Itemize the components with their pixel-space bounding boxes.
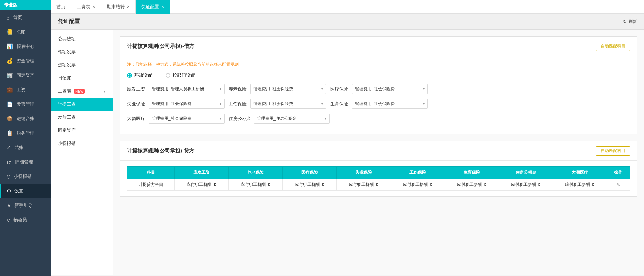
credit-section: 计提核算规则(公司承担)-贷方 自动匹配科目 科目 应发工资 养老保险 医疗保险 bbox=[120, 141, 637, 197]
sidebar-item-home[interactable]: ⌂ 首页 bbox=[0, 10, 51, 25]
tax-icon: 📋 bbox=[7, 130, 13, 136]
nav-journal[interactable]: 日记账 bbox=[51, 72, 113, 85]
select-yingfa-value: 管理费用_管理人员职工薪酬 bbox=[152, 86, 204, 92]
form-item-gongjijin: 住房公积金 管理费用_住房公积金 ▾ bbox=[229, 114, 330, 124]
radio-basic-label: 基础设置 bbox=[134, 72, 152, 78]
select-shiye[interactable]: 管理费用_社会保险费 ▾ bbox=[149, 99, 225, 109]
sidebar-item-label: 归档管理 bbox=[15, 159, 33, 165]
chevron-down-icon: ▾ bbox=[321, 102, 323, 106]
tab-salary-table[interactable]: 工资表 ✕ bbox=[71, 0, 101, 14]
radio-basic[interactable]: 基础设置 bbox=[127, 72, 152, 78]
main-area: 首页 工资表 ✕ 期末结转 ✕ 凭证配置 ✕ 凭证配置 ↻ 刷新 bbox=[51, 0, 644, 276]
select-daeliao-value: 管理费用_社会保险费 bbox=[152, 116, 191, 121]
select-daeliao[interactable]: 管理费用_社会保险费 ▾ bbox=[149, 114, 225, 124]
select-yanglao[interactable]: 管理费用_社会保险费 ▾ bbox=[250, 84, 326, 94]
radio-dept[interactable]: 按部门设置 bbox=[166, 72, 195, 78]
select-gongshang[interactable]: 管理费用_社会保险费 ▾ bbox=[250, 99, 326, 109]
form-item-shengyu: 生育保险 管理费用_社会保险费 ▾ bbox=[330, 99, 428, 109]
sidebar-item-fund[interactable]: 💰 资金管理 bbox=[0, 54, 51, 68]
label-yanglao: 养老保险 bbox=[229, 86, 248, 92]
form-row-2: 失业保险 管理费用_社会保险费 ▾ 工伤保险 管理费用_社会保险费 bbox=[127, 99, 630, 109]
nav-xiaochang-exp[interactable]: 小畅报销 bbox=[51, 137, 113, 150]
td-gongshang: 应付职工薪酬_b bbox=[391, 179, 445, 191]
form-item-yanglao: 养老保险 管理费用_社会保险费 ▾ bbox=[229, 84, 326, 94]
nav-salary-table[interactable]: 工资表 NEW ▾ bbox=[51, 85, 113, 98]
th-yanglao: 养老保险 bbox=[229, 167, 283, 179]
credit-auto-match-button[interactable]: 自动匹配科目 bbox=[596, 146, 630, 156]
sidebar-item-label: 总账 bbox=[17, 29, 25, 35]
home-icon: ⌂ bbox=[7, 15, 10, 21]
sidebar-item-report[interactable]: 📊 报表中心 bbox=[0, 39, 51, 54]
sidebar-item-vip[interactable]: V 畅会员 bbox=[0, 213, 51, 227]
form-item-shiye: 失业保险 管理费用_社会保险费 ▾ bbox=[127, 99, 225, 109]
th-gongjijin: 住房公积金 bbox=[499, 167, 553, 179]
sidebar-item-tax[interactable]: 📋 税务管理 bbox=[0, 126, 51, 140]
label-daeliao: 大额医疗 bbox=[127, 116, 146, 122]
th-shengyu: 生育保险 bbox=[445, 167, 499, 179]
edit-icon[interactable]: ✎ bbox=[616, 182, 620, 187]
nav-public[interactable]: 公共选项 bbox=[51, 32, 113, 45]
tab-voucher-close[interactable]: ✕ bbox=[161, 4, 164, 9]
sidebar-item-close[interactable]: ✓ 结账 bbox=[0, 140, 51, 155]
form-row-1: 应发工资 管理费用_管理人员职工薪酬 ▾ 养老保险 管理费用_社会保险费 bbox=[127, 84, 630, 94]
sidebar-item-label: 新手引导 bbox=[14, 202, 32, 209]
nav-fixed-assets[interactable]: 固定资产 bbox=[51, 124, 113, 137]
sidebar-item-trade[interactable]: 📦 进销台账 bbox=[0, 112, 51, 126]
left-nav: 公共选项 销项发票 进项发票 日记账 工资表 NEW ▾ 计提工资 bbox=[51, 30, 113, 275]
tab-period-close-btn[interactable]: ✕ bbox=[127, 4, 130, 9]
sidebar-item-archive[interactable]: 🗂 归档管理 bbox=[0, 155, 51, 169]
nav-purchase-invoice[interactable]: 进项发票 bbox=[51, 59, 113, 72]
select-shiye-value: 管理费用_社会保险费 bbox=[152, 101, 191, 107]
radio-dept-circle bbox=[166, 73, 170, 78]
sidebar-item-xiaochang[interactable]: © 小畅报销 bbox=[0, 169, 51, 184]
sidebar-item-settings[interactable]: ⚙ 设置 bbox=[0, 184, 51, 198]
sidebar-item-guide[interactable]: ★ 新手引导 bbox=[0, 198, 51, 213]
invoice-icon: 📄 bbox=[7, 101, 13, 107]
select-yingfa[interactable]: 管理费用_管理人员职工薪酬 ▾ bbox=[149, 84, 225, 94]
td-shengyu: 应付职工薪酬_b bbox=[445, 179, 499, 191]
content-layout: 公共选项 销项发票 进项发票 日记账 工资表 NEW ▾ 计提工资 bbox=[51, 30, 644, 275]
sidebar-item-invoice[interactable]: 📄 发票管理 bbox=[0, 97, 51, 112]
tab-salary-close[interactable]: ✕ bbox=[92, 4, 95, 9]
tab-home[interactable]: 首页 bbox=[51, 0, 71, 14]
td-yingfa: 应付职工薪酬_b bbox=[175, 179, 229, 191]
credit-section-header: 计提核算规则(公司承担)-贷方 自动匹配科目 bbox=[120, 141, 637, 161]
td-yanglao: 应付职工薪酬_b bbox=[229, 179, 283, 191]
refresh-button[interactable]: ↻ 刷新 bbox=[623, 19, 637, 25]
label-shengyu: 生育保险 bbox=[330, 101, 349, 107]
sidebar-item-label: 首页 bbox=[13, 14, 22, 21]
radio-basic-circle bbox=[127, 73, 132, 78]
td-subject: 计提贷方科目 bbox=[127, 179, 175, 191]
td-gongjijin: 应付职工薪酬_b bbox=[499, 179, 553, 191]
salary-icon: 💼 bbox=[7, 87, 13, 93]
tab-period-close[interactable]: 期末结转 ✕ bbox=[101, 0, 136, 14]
sidebar: 专业版 ⌂ 首页 📒 总账 📊 报表中心 💰 资金管理 🏢 固定资产 💼 工资 … bbox=[0, 0, 51, 276]
debit-note: 注：只能选择一种方式，系统将按照您当前的选择来配置规则 bbox=[127, 62, 630, 67]
nav-calc-salary[interactable]: 计提工资 bbox=[51, 98, 113, 111]
sidebar-item-ledger[interactable]: 📒 总账 bbox=[0, 25, 51, 39]
select-gongjijin-value: 管理费用_住房公积金 bbox=[257, 116, 297, 121]
nav-sales-invoice[interactable]: 销项发票 bbox=[51, 45, 113, 59]
sidebar-item-label: 税务管理 bbox=[17, 130, 34, 136]
sidebar-item-asset[interactable]: 🏢 固定资产 bbox=[0, 68, 51, 83]
td-yiliao: 应付职工薪酬_b bbox=[283, 179, 337, 191]
close-icon: ✓ bbox=[7, 145, 11, 151]
radio-dept-label: 按部门设置 bbox=[173, 72, 195, 78]
new-badge: NEW bbox=[74, 89, 85, 94]
select-shengyu[interactable]: 管理费用_社会保险费 ▾ bbox=[352, 99, 428, 109]
sidebar-item-label: 结账 bbox=[14, 145, 23, 151]
tab-salary-label: 工资表 bbox=[77, 4, 90, 10]
form-item-gongshang: 工伤保险 管理费用_社会保险费 ▾ bbox=[229, 99, 326, 109]
select-gongjijin[interactable]: 管理费用_住房公积金 ▾ bbox=[254, 114, 330, 124]
credit-table: 科目 应发工资 养老保险 医疗保险 失业保险 工伤保险 生育保险 住房公积金 大… bbox=[127, 166, 630, 191]
th-shiye: 失业保险 bbox=[336, 167, 391, 179]
debit-auto-match-button[interactable]: 自动匹配科目 bbox=[596, 42, 630, 51]
select-yiliao[interactable]: 管理费用_社会保险费 ▾ bbox=[352, 84, 428, 94]
sidebar-item-label: 资金管理 bbox=[17, 58, 34, 64]
th-daeliao: 大额医疗 bbox=[553, 167, 607, 179]
th-action: 操作 bbox=[607, 167, 630, 179]
tab-voucher-config[interactable]: 凭证配置 ✕ bbox=[136, 0, 170, 14]
td-action[interactable]: ✎ bbox=[607, 179, 630, 191]
sidebar-item-salary[interactable]: 💼 工资 bbox=[0, 83, 51, 97]
nav-pay-salary[interactable]: 发放工资 bbox=[51, 111, 113, 124]
